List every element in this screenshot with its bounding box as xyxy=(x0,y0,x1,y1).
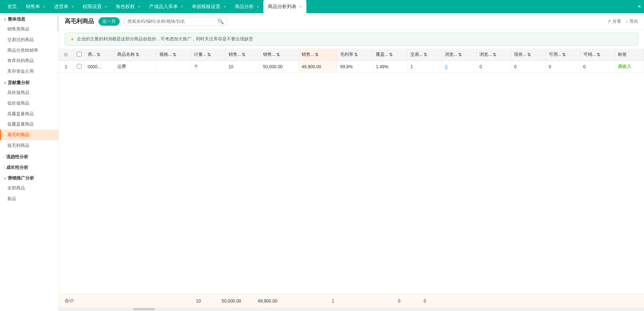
footer-sales-cost: 49,900.00 xyxy=(255,299,288,304)
sidebar-section-marketing[interactable]: ∨ 营销推广分析 xyxy=(0,172,58,183)
sidebar-item-stock-capital[interactable]: 库存资金占用 xyxy=(0,66,58,77)
nav-close-template-settings[interactable]: × xyxy=(223,4,226,9)
col-header-tag[interactable]: 标签 xyxy=(615,48,644,61)
col-header-spec[interactable]: 规格... ⇅ xyxy=(156,48,191,61)
cell-unit: 个 xyxy=(191,61,225,73)
col-header-checkbox[interactable] xyxy=(73,48,84,61)
search-input[interactable] xyxy=(127,19,215,24)
table-body: 1 0000... 运费 xyxy=(59,61,644,73)
sidebar-item-high-coverage[interactable]: 高覆盖量商品 xyxy=(0,109,58,119)
nav-close-purchase[interactable]: × xyxy=(71,4,73,9)
sidebar-item-category-rate[interactable]: 商品分类助销率 xyxy=(0,45,58,56)
nav-close-product-instock[interactable]: × xyxy=(181,4,183,9)
nav-product-analysis[interactable]: 商品分析 × xyxy=(230,0,263,13)
header-actions: ↗ 分享 ↓ 导出 xyxy=(607,18,638,25)
sidebar-item-high-margin[interactable]: 高毛利商品 xyxy=(0,130,58,140)
sidebar-item-low-coverage[interactable]: 低覆盖量商品 xyxy=(0,119,58,130)
footer-bar: 合计: 10 50,000.00 49,900.00 1 0 0 xyxy=(59,294,644,307)
nav-permission[interactable]: 权限设置 × xyxy=(78,0,111,13)
sidebar-item-traded-goods[interactable]: 交易过的商品 xyxy=(0,35,58,45)
sort-icon-coverage: ⇅ xyxy=(389,52,393,57)
sidebar-item-stock-goods[interactable]: 有库存的商品 xyxy=(0,55,58,66)
col-header-sales-qty[interactable]: 销售... ⇅ xyxy=(225,48,260,61)
content-area: 高毛利商品 近一月 🔍 ↗ 分享 ↓ 导出 ✦ 企业的主要的利润都是这部分商品创… xyxy=(59,13,644,311)
nav-home[interactable]: 首页 xyxy=(3,0,21,13)
top-navigation: 首页 销售单 × 进货单 × 权限设置 × 角色权权 × 产成品入库单 × 单据… xyxy=(0,0,644,13)
sidebar-section-overall[interactable]: ∨ 整体信息 xyxy=(0,13,58,24)
col-header-settings[interactable]: ⚙ xyxy=(59,48,73,61)
col-header-browse2[interactable]: 浏览... ⇅ xyxy=(476,48,511,61)
nav-close-product-analysis-list[interactable]: × xyxy=(299,4,302,9)
section-arrow-growth: › xyxy=(4,166,5,170)
nav-purchase[interactable]: 进货单 × xyxy=(50,0,78,13)
close-all-button[interactable]: × xyxy=(638,3,641,10)
content-header: 高毛利商品 近一月 🔍 ↗ 分享 ↓ 导出 xyxy=(59,13,644,30)
cell-checkbox[interactable] xyxy=(73,61,84,73)
sidebar-section-trend[interactable]: › 流趋性分析 xyxy=(0,151,58,162)
row-checkbox[interactable] xyxy=(77,64,82,69)
footer-sales-amount: 50,000.00 xyxy=(222,299,255,304)
col-header-coverage[interactable]: 覆盖... ⇅ xyxy=(373,48,407,61)
sidebar-item-low-margin[interactable]: 低毛利商品 xyxy=(0,140,58,151)
sidebar-section-contribution[interactable]: ∨ 贡献量分析 xyxy=(0,77,58,87)
nav-product-instock[interactable]: 产成品入库单 × xyxy=(145,0,187,13)
select-all-checkbox[interactable] xyxy=(77,52,82,57)
col-header-browse1[interactable]: 浏览... ⇅ xyxy=(442,48,476,61)
nav-close-sales[interactable]: × xyxy=(43,4,45,9)
scroll-thumb[interactable] xyxy=(133,308,155,310)
sidebar-item-new-goods[interactable]: 新品 xyxy=(0,194,58,204)
nav-close-permission[interactable]: × xyxy=(105,4,107,9)
horizontal-scrollbar[interactable] xyxy=(59,307,644,311)
export-button[interactable]: ↓ 导出 xyxy=(626,18,638,25)
table-header-row: ⚙ 商... ⇅ 商品名称 xyxy=(59,48,644,61)
cell-available: 0 xyxy=(546,61,580,73)
sidebar-item-low-value[interactable]: 低价值商品 xyxy=(0,98,58,109)
sort-icon-browse2: ⇅ xyxy=(493,52,496,57)
total-label: 合计: xyxy=(65,298,75,304)
col-header-name[interactable]: 商品名称 ⇅ xyxy=(114,48,156,61)
info-banner: ✦ 企业的主要的利润都是这部分商品创造的，可考虑加大推广，同时关注库存是不要出现… xyxy=(65,33,638,46)
sort-icon-sales-amount: ⇅ xyxy=(276,52,280,57)
page-title: 高毛利商品 xyxy=(65,18,94,25)
share-button[interactable]: ↗ 分享 xyxy=(607,18,621,25)
search-icon[interactable]: 🔍 xyxy=(217,18,224,24)
sidebar: « ∨ 整体信息 销售类商品 交易过的商品 商品分类助销率 有库存的商品 库存资… xyxy=(0,13,59,311)
nav-sales[interactable]: 销售单 × xyxy=(21,0,50,13)
sort-icon-sales-cost: ⇅ xyxy=(315,52,319,57)
section-arrow-overall: ∨ xyxy=(4,17,6,21)
sidebar-item-high-value[interactable]: 高价值商品 xyxy=(0,87,58,98)
footer-available: 0 xyxy=(424,299,446,304)
cell-sales-cost: 49,900.00 xyxy=(298,61,337,73)
col-header-unit[interactable]: 计量... ⇅ xyxy=(191,48,225,61)
nav-close-role[interactable]: × xyxy=(138,4,140,9)
sort-icon-browse1: ⇅ xyxy=(458,52,462,57)
col-header-sales-amount[interactable]: 销售... ⇅ xyxy=(260,48,298,61)
sort-icon-gross-margin: ⇅ xyxy=(354,52,358,57)
column-settings-icon[interactable]: ⚙ xyxy=(64,52,68,58)
table-container: ⚙ 商... ⇅ 商品名称 xyxy=(59,48,644,294)
col-header-trade-count[interactable]: 交易... ⇅ xyxy=(407,48,442,61)
time-filter-recent-month[interactable]: 近一月 xyxy=(98,17,120,26)
sidebar-section-growth[interactable]: › 成长性分析 xyxy=(0,162,58,172)
sidebar-item-sales-goods[interactable]: 销售类商品 xyxy=(0,24,58,35)
table-row: 1 0000... 运费 xyxy=(59,61,644,73)
cell-index: 1 xyxy=(59,61,73,73)
sidebar-item-all-goods[interactable]: 全部商品 xyxy=(0,183,58,194)
col-header-code[interactable]: 商... ⇅ xyxy=(84,48,114,61)
footer-trade-count: 1 xyxy=(332,299,354,304)
cell-browse1[interactable]: 0 xyxy=(442,61,476,73)
main-layout: « ∨ 整体信息 销售类商品 交易过的商品 商品分类助销率 有库存的商品 库存资… xyxy=(0,13,644,311)
sort-icon-sales-qty: ⇅ xyxy=(242,52,245,57)
nav-product-analysis-list[interactable]: 商品分析列表 × xyxy=(263,0,306,13)
nav-template-settings[interactable]: 单据模板设置 × xyxy=(187,0,230,13)
cell-gross-margin: 99.8% xyxy=(337,61,373,73)
nav-close-product-analysis[interactable]: × xyxy=(257,4,259,9)
sidebar-collapse-button[interactable]: « xyxy=(57,16,59,31)
col-header-saleable[interactable]: 可销... ⇅ xyxy=(580,48,615,61)
cell-coverage: 1.49% xyxy=(373,61,407,73)
col-header-current-stock[interactable]: 现有... ⇅ xyxy=(511,48,546,61)
col-header-sales-cost[interactable]: 销售... ⇅ xyxy=(298,48,337,61)
nav-role[interactable]: 角色权权 × xyxy=(111,0,144,13)
col-header-available[interactable]: 可用... ⇅ xyxy=(546,48,580,61)
col-header-gross-margin[interactable]: 毛利率 ⇅ xyxy=(337,48,373,61)
